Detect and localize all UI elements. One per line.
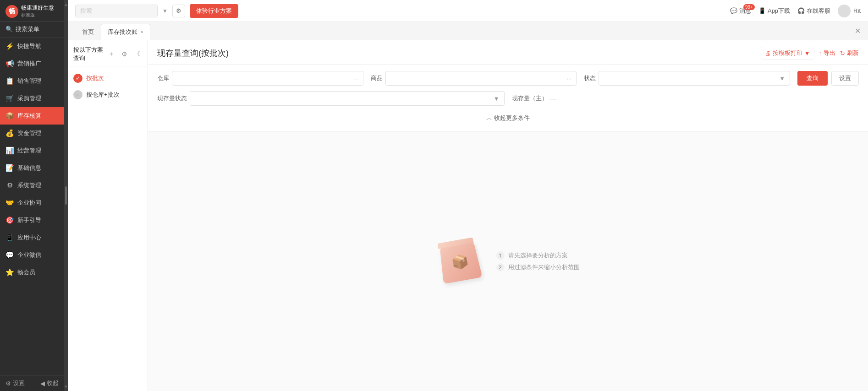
sidebar-item-newbie[interactable]: 🎯 新手引导 (0, 212, 64, 229)
filter-buttons: 查询 设置 (797, 71, 859, 86)
topbar-search-box[interactable]: 搜索 (75, 5, 158, 17)
scroll-thumb[interactable] (65, 186, 67, 205)
finance-icon: 💰 (5, 129, 14, 137)
gear-icon: ⚙ (176, 7, 181, 14)
query-button[interactable]: 查询 (797, 71, 828, 86)
stock-qty-dash: — (550, 95, 556, 102)
chevron-down-icon-2: ▼ (494, 95, 500, 102)
sidebar-item-enterprise[interactable]: 🤝 企业协同 (0, 194, 64, 212)
empty-hints: 1 请先选择要分析的方案 2 用过滤条件来缩小分析范围 (496, 251, 580, 272)
empty-hint-1: 1 请先选择要分析的方案 (496, 251, 580, 260)
warehouse-input[interactable]: ··· (172, 71, 363, 86)
online-service-button[interactable]: 🎧 在线客服 (797, 7, 830, 15)
headset-icon: 🎧 (797, 7, 805, 14)
sidebar-item-system[interactable]: ⚙ 系统管理 (0, 177, 64, 194)
scheme-settings-button[interactable]: ⚙ (119, 49, 129, 59)
sidebar-item-label: 企业微信 (17, 251, 41, 259)
online-service-label: 在线客服 (807, 7, 830, 15)
brand: 畅 畅康通好生意 标准版 (5, 5, 59, 18)
refresh-label: 刷新 (847, 49, 859, 57)
sidebar-item-label: 营销推广 (17, 60, 41, 68)
sidebar-item-app[interactable]: 📱 应用中心 (0, 229, 64, 246)
export-icon: ↑ (819, 50, 822, 57)
refresh-button[interactable]: ↻ 刷新 (840, 49, 859, 57)
sidebar-item-marketing[interactable]: 📢 营销推广 (0, 55, 64, 72)
sidebar-menu: ⚡ 快捷导航 📢 营销推广 📋 销售管理 🛒 采购管理 📦 库存核算 💰 资金管… (0, 38, 64, 375)
user-menu[interactable]: Rit (838, 5, 861, 17)
sidebar-item-inventory[interactable]: 📦 库存核算 (0, 107, 64, 125)
sidebar-search[interactable]: 🔍 搜索菜单 (0, 22, 64, 38)
brand-icon: 畅 (5, 5, 18, 18)
sidebar-item-purchase[interactable]: 🛒 采购管理 (0, 90, 64, 107)
search-label: 搜索菜单 (16, 25, 39, 33)
status-select[interactable]: ▼ (599, 71, 790, 86)
topbar-settings-button[interactable]: ⚙ (172, 5, 185, 17)
export-button[interactable]: ↑ 导出 (819, 49, 836, 57)
tab-panel-close-button[interactable]: ✕ (855, 27, 861, 35)
collapse-label: 收起 (47, 379, 59, 387)
empty-state: 📦 1 请先选择要分析的方案 2 用过滤条件来缩小分析范围 (437, 239, 580, 284)
scheme-list: ✓ 按批次 ○ 按仓库+批次 (68, 66, 148, 391)
scheme-label: 按仓库+批次 (86, 91, 120, 99)
tab-close-icon[interactable]: × (140, 29, 143, 35)
empty-icon: 📦 (437, 239, 483, 284)
sidebar-item-label: 资金管理 (17, 129, 41, 137)
sidebar-item-label: 新手引导 (17, 216, 41, 224)
collapse-more-button[interactable]: ︿ 收起更多条件 (157, 111, 859, 125)
warehouse-filter: 仓库 ··· (157, 71, 363, 86)
sidebar-item-label: 畅会员 (17, 268, 35, 277)
settings-icon: ⚙ (5, 380, 11, 387)
collapse-sidebar-button[interactable]: ◀ 收起 (40, 379, 59, 387)
filter-area: 仓库 ··· 商品 ··· 状态 (148, 65, 868, 132)
sidebar-item-sales[interactable]: 📋 销售管理 (0, 72, 64, 90)
enterprise-icon: 🤝 (5, 199, 14, 207)
scheme-icon-inactive: ○ (73, 90, 82, 99)
add-scheme-button[interactable]: ＋ (106, 49, 116, 59)
status-filter: 状态 ▼ (584, 71, 790, 86)
filter-settings-button[interactable]: 设置 (831, 71, 859, 86)
warehouse-dots: ··· (353, 75, 358, 82)
sidebar-item-quick-nav[interactable]: ⚡ 快捷导航 (0, 38, 64, 55)
data-area: 📦 1 请先选择要分析的方案 2 用过滤条件来缩小分析范围 (148, 132, 868, 391)
sidebar-item-label: 销售管理 (17, 77, 41, 85)
app-download-label: App下载 (768, 7, 790, 15)
product-input[interactable]: ··· (385, 71, 577, 86)
industry-solution-button[interactable]: 体验行业方案 (190, 4, 238, 18)
app-download-button[interactable]: 📱 App下载 (758, 7, 790, 15)
basic-icon: 📝 (5, 164, 14, 172)
sidebar-item-wechat[interactable]: 💬 企业微信 (0, 246, 64, 264)
brand-info: 畅康通好生意 标准版 (21, 5, 54, 18)
messages-button[interactable]: 💬 消息 99+ (730, 7, 751, 15)
settings-button[interactable]: ⚙ 设置 (5, 379, 25, 387)
tab-inventory-batch[interactable]: 库存批次账 × (101, 24, 150, 40)
collapse-left-panel-button[interactable]: 《 (132, 49, 142, 59)
user-name: Rit (853, 7, 861, 14)
scheme-item-by-warehouse-batch[interactable]: ○ 按仓库+批次 (68, 87, 148, 103)
collapse-icon: ◀ (40, 380, 45, 387)
print-button[interactable]: 🖨 按模板打印 ▼ (761, 47, 814, 60)
page-header-actions: 🖨 按模板打印 ▼ ↑ 导出 ↻ 刷新 (761, 47, 859, 60)
marketing-icon: 📢 (5, 60, 14, 68)
empty-hint-2: 2 用过滤条件来缩小分析范围 (496, 263, 580, 272)
sales-icon: 📋 (5, 77, 14, 85)
tab-home[interactable]: 首页 (75, 24, 101, 40)
phone-icon: 📱 (758, 7, 766, 14)
scheme-item-by-batch[interactable]: ✓ 按批次 (68, 70, 148, 87)
sidebar-scrollbar[interactable]: ▲ ▼ (64, 0, 68, 391)
topbar-chevron-icon[interactable]: ▼ (162, 8, 168, 14)
sidebar-item-finance[interactable]: 💰 资金管理 (0, 125, 64, 142)
stock-qty-filter: 现存量（主） — (512, 94, 859, 103)
print-label: 按模板打印 (773, 49, 802, 57)
stock-status-select[interactable]: ▼ (190, 91, 505, 106)
sidebar-item-basic[interactable]: 📝 基础信息 (0, 159, 64, 177)
message-icon: 💬 (730, 7, 737, 14)
scheme-label: 按批次 (86, 74, 104, 82)
main-area: 搜索 ▼ ⚙ 体验行业方案 💬 消息 99+ 📱 App下载 🎧 在线客服 (68, 0, 868, 391)
messages-badge: 99+ (743, 4, 755, 10)
sidebar-item-member[interactable]: ⭐ 畅会员 (0, 264, 64, 281)
topbar-search-placeholder: 搜索 (80, 7, 92, 15)
chevron-down-icon: ▼ (779, 75, 785, 82)
sidebar-item-operations[interactable]: 📊 经营管理 (0, 142, 64, 159)
hint-text-1: 请先选择要分析的方案 (508, 251, 568, 260)
tabsbar: 首页 库存批次账 × ✕ (68, 22, 868, 40)
